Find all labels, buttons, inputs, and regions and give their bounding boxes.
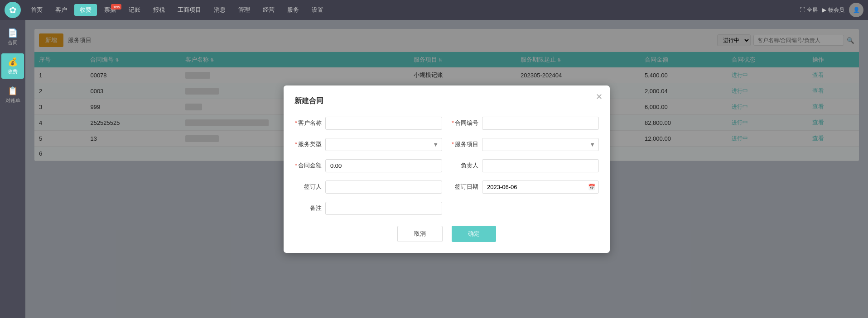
nav-operation[interactable]: 经营 (257, 4, 280, 16)
remark-label: 备注 (294, 204, 322, 212)
amount-input[interactable] (325, 159, 442, 172)
form-group-sign-date: 签订日期 📅 (451, 180, 599, 194)
new-badge: new (111, 4, 121, 9)
avatar-icon: 👤 (853, 7, 860, 13)
sidebar-label-contract: 合同 (8, 39, 18, 46)
form-group-signer: 签订人 (294, 180, 442, 194)
amount-label: *合同金额 (294, 161, 322, 170)
form-group-remark: 备注 (294, 202, 442, 215)
service-item-select-wrap: ▼ (482, 138, 599, 151)
form-row-4: 签订人 签订日期 📅 (294, 180, 599, 194)
confirm-button[interactable]: 确定 (452, 226, 496, 242)
member-icon: ▶ (822, 7, 826, 13)
form-group-contract-no: *合同编号 (451, 117, 599, 130)
sign-date-label: 签订日期 (451, 183, 478, 191)
required-service-type: * (295, 141, 297, 147)
form-row-3: *合同金额 负责人 (294, 159, 599, 172)
main-layout: 📄 合同 💰 收费 📋 对账单 新增 服务项目 进行中 已结束 全部 (0, 20, 868, 318)
form-group-responsible: 负责人 (451, 159, 599, 172)
contract-icon: 📄 (8, 28, 18, 38)
topnav: ✿ 首页 客户 收费 票据 new 记账 报税 工商项目 消息 管理 经营 服务… (0, 0, 868, 20)
sign-date-wrap: 📅 (482, 180, 599, 194)
form-row-2: *服务类型 ▼ *服务项目 ▼ (294, 138, 599, 151)
fullscreen-btn[interactable]: ⛶ 全屏 (800, 6, 818, 14)
fullscreen-icon: ⛶ (800, 7, 805, 13)
form-row-5: 备注 (294, 202, 599, 215)
required-contract-no: * (452, 119, 454, 126)
responsible-label: 负责人 (451, 161, 478, 170)
topnav-right: ⛶ 全屏 ▶ 畅会员 👤 (800, 3, 863, 17)
service-item-select[interactable] (482, 138, 599, 151)
reconcile-icon: 📋 (8, 86, 18, 96)
remark-input[interactable] (325, 202, 442, 215)
form-group-client: *客户名称 (294, 117, 442, 130)
required-service-item: * (452, 141, 454, 147)
new-contract-modal: ✕ 新建合同 *客户名称 *合同编号 (284, 85, 610, 253)
sidebar-label-reconcile: 对账单 (5, 97, 20, 104)
modal-close-button[interactable]: ✕ (596, 92, 603, 102)
nav-items: 首页 客户 收费 票据 new 记账 报税 工商项目 消息 管理 经营 服务 设… (25, 4, 800, 16)
client-name-input[interactable] (325, 117, 442, 130)
nav-invoice[interactable]: 票据 new (99, 4, 121, 16)
member-btn[interactable]: ▶ 畅会员 (822, 6, 844, 14)
nav-service[interactable]: 服务 (282, 4, 304, 16)
required-client: * (295, 119, 297, 126)
nav-manage[interactable]: 管理 (233, 4, 256, 16)
user-avatar[interactable]: 👤 (849, 3, 863, 17)
sidebar-label-fee: 收费 (8, 68, 18, 75)
responsible-input[interactable] (482, 159, 599, 172)
service-type-select-wrap: ▼ (325, 138, 442, 151)
fullscreen-label: 全屏 (807, 6, 818, 14)
nav-client[interactable]: 客户 (50, 4, 72, 16)
sign-date-input[interactable] (482, 180, 599, 194)
sidebar-item-contract[interactable]: 📄 合同 (1, 24, 24, 50)
form-group-service-item: *服务项目 ▼ (451, 138, 599, 151)
nav-tax[interactable]: 报税 (148, 4, 170, 16)
contract-no-label: *合同编号 (451, 119, 478, 127)
fee-icon: 💰 (8, 57, 18, 67)
sidebar-item-fee[interactable]: 💰 收费 (1, 53, 24, 79)
modal-footer: 取消 确定 (294, 226, 599, 242)
modal-overlay: ✕ 新建合同 *客户名称 *合同编号 (25, 20, 868, 318)
form-group-service-type: *服务类型 ▼ (294, 138, 442, 151)
service-item-label: *服务项目 (451, 140, 478, 148)
form-group-amount: *合同金额 (294, 159, 442, 172)
modal-title: 新建合同 (294, 96, 599, 106)
form-row-1: *客户名称 *合同编号 (294, 117, 599, 130)
member-label: 畅会员 (828, 6, 844, 14)
client-label: *客户名称 (294, 119, 322, 127)
service-type-label: *服务类型 (294, 140, 322, 148)
nav-settings[interactable]: 设置 (306, 4, 329, 16)
sidebar-item-reconcile[interactable]: 📋 对账单 (1, 82, 24, 108)
required-amount: * (295, 162, 297, 169)
content-area: 新增 服务项目 进行中 已结束 全部 🔍 序号 合同编号 (25, 20, 868, 318)
nav-fee[interactable]: 收费 (74, 4, 97, 16)
app-logo[interactable]: ✿ (5, 2, 21, 18)
nav-message[interactable]: 消息 (208, 4, 231, 16)
nav-accounting[interactable]: 记账 (123, 4, 146, 16)
service-type-select[interactable] (325, 138, 442, 151)
nav-home[interactable]: 首页 (25, 4, 48, 16)
nav-business[interactable]: 工商项目 (172, 4, 207, 16)
cancel-button[interactable]: 取消 (397, 226, 443, 242)
signer-input[interactable] (325, 180, 442, 194)
signer-label: 签订人 (294, 183, 322, 191)
sidebar: 📄 合同 💰 收费 📋 对账单 (0, 20, 25, 318)
contract-no-input[interactable] (482, 117, 599, 130)
